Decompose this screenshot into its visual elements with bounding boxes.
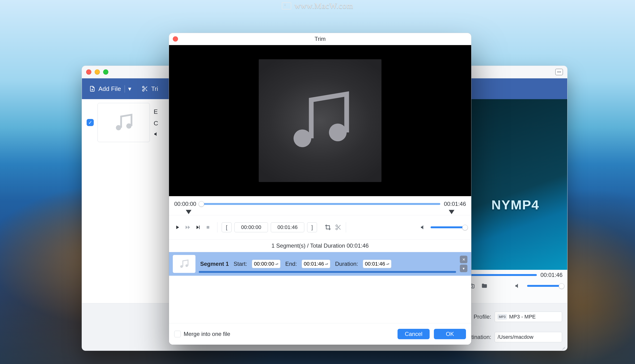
segment-duration-label: Duration: — [335, 260, 358, 267]
watermark: www.MacW.com — [282, 0, 353, 10]
meta-line-2: C — [154, 120, 159, 127]
watermark-icon — [282, 2, 291, 10]
add-file-icon — [89, 86, 96, 92]
window-close-button[interactable] — [86, 70, 91, 74]
trim-preview — [169, 45, 471, 196]
file-checkbox[interactable]: ✓ — [87, 119, 94, 126]
segment-thumb — [173, 255, 196, 273]
set-in-button[interactable]: [ — [222, 222, 232, 232]
svg-rect-8 — [207, 226, 210, 229]
merge-checkbox[interactable]: Merge into one file — [174, 331, 230, 337]
trim-window: Trim 00:00:00 00:01:46 — [169, 33, 471, 345]
play-button[interactable] — [174, 224, 180, 230]
stepper-arrows-icon[interactable]: ▴▾ — [386, 262, 389, 266]
next-frame-button[interactable] — [195, 224, 201, 230]
svg-point-1 — [142, 90, 144, 91]
svg-point-7 — [329, 124, 347, 142]
feedback-icon[interactable]: ••• — [555, 69, 563, 75]
speaker-icon — [154, 131, 159, 137]
trim-close-button[interactable] — [173, 36, 178, 42]
trim-label: Tri — [151, 85, 158, 92]
segments-header: 1 Segment(s) / Total Duration 00:01:46 — [169, 240, 471, 252]
merge-label: Merge into one file — [184, 331, 230, 337]
profile-format-badge: MP3 — [498, 314, 507, 320]
file-row-meta: E C — [154, 108, 159, 137]
svg-point-2 — [116, 125, 121, 130]
segment-start-label: Start: — [234, 260, 247, 267]
segment-name: Segment 1 — [200, 260, 229, 267]
window-minimize-button[interactable] — [95, 70, 100, 74]
svg-point-10 — [336, 228, 338, 230]
volume-slider[interactable] — [527, 285, 562, 287]
meta-line-1: E — [154, 108, 159, 116]
timeline-end: 00:01:46 — [444, 201, 466, 207]
segment-progress — [199, 271, 456, 273]
add-file-dropdown[interactable]: ▾ — [125, 85, 131, 92]
transport-bar: [ 00:00:00 00:01:46 ] — [169, 215, 471, 240]
segment-duration-stepper[interactable]: 00:01:46 ▴▾ — [363, 260, 392, 268]
crop-icon[interactable] — [324, 224, 331, 231]
ok-button[interactable]: OK — [434, 329, 466, 339]
split-icon[interactable] — [335, 224, 342, 231]
cancel-button[interactable]: Cancel — [398, 329, 430, 339]
trim-preview-frame — [259, 59, 382, 182]
trim-button[interactable]: Tri — [138, 83, 161, 94]
in-time[interactable]: 00:00:00 — [234, 222, 268, 232]
svg-point-0 — [142, 86, 144, 88]
stop-button[interactable] — [205, 225, 210, 230]
checkbox-box[interactable] — [174, 331, 181, 337]
segment-remove-button[interactable]: ✕ — [460, 256, 468, 263]
svg-point-3 — [126, 124, 132, 129]
preview-progress[interactable] — [468, 274, 537, 276]
stepper-arrows-icon[interactable]: ▴▾ — [276, 262, 278, 266]
mute-icon[interactable] — [420, 224, 426, 230]
out-time[interactable]: 00:01:46 — [271, 222, 304, 232]
scissors-icon — [142, 86, 148, 92]
destination-input[interactable]: /Users/macdow — [494, 332, 562, 342]
segment-start-value: 00:00:00 — [254, 261, 274, 267]
add-file-button[interactable]: Add File ▾ — [86, 83, 134, 94]
trim-footer: Merge into one file Cancel OK — [169, 323, 471, 345]
volume-icon[interactable] — [514, 282, 522, 289]
timeline-row: 00:00:00 00:01:46 — [169, 196, 471, 210]
destination-value: /Users/macdow — [498, 334, 534, 340]
segment-actions: ✕ ▾ — [460, 256, 468, 272]
fast-forward-button[interactable] — [184, 224, 191, 230]
svg-point-12 — [186, 264, 188, 267]
watermark-text: www.MacW.com — [294, 2, 353, 10]
svg-point-9 — [336, 225, 338, 226]
resize-grip[interactable] — [561, 344, 565, 349]
trim-titlebar: Trim — [169, 33, 471, 45]
file-thumbnail — [98, 103, 150, 142]
stepper-arrows-icon[interactable]: ▴▾ — [325, 262, 328, 266]
segment-end-stepper[interactable]: 00:01:46 ▴▾ — [302, 260, 330, 268]
out-marker[interactable] — [449, 210, 454, 214]
window-zoom-button[interactable] — [103, 70, 108, 74]
preview-duration: 00:01:46 — [540, 272, 562, 278]
segment-end-value: 00:01:46 — [304, 261, 324, 267]
profile-value: MP3 - MPE — [509, 314, 536, 320]
svg-point-6 — [294, 130, 311, 147]
trim-title: Trim — [314, 36, 326, 42]
timeline[interactable] — [200, 203, 440, 205]
window-controls — [86, 70, 108, 74]
in-marker[interactable] — [186, 210, 192, 214]
svg-point-11 — [180, 265, 183, 268]
segment-duration-value: 00:01:46 — [365, 261, 385, 267]
folder-icon[interactable] — [481, 282, 488, 289]
add-file-label: Add File — [98, 85, 121, 92]
timeline-start: 00:00:00 — [174, 201, 196, 207]
segment-start-stepper[interactable]: 00:00:00 ▴▾ — [252, 260, 281, 268]
set-out-button[interactable]: ] — [307, 222, 317, 232]
profile-select[interactable]: MP3 MP3 - MPE — [494, 312, 562, 322]
segment-expand-button[interactable]: ▾ — [460, 264, 468, 272]
trim-volume-slider[interactable] — [430, 226, 466, 228]
segment-end-label: End: — [285, 260, 297, 267]
preview-brand: NYMP4 — [492, 197, 540, 212]
timeline-markers — [186, 210, 454, 215]
timeline-playhead[interactable] — [198, 201, 204, 207]
